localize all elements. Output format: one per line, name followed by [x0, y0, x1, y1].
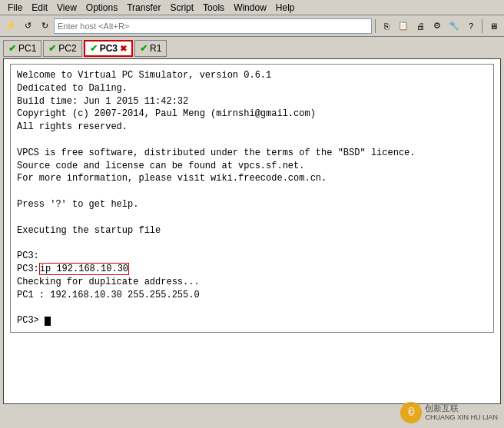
terminal-line-blank-3: [17, 211, 487, 224]
tab-pc1[interactable]: ✔ PC1: [3, 40, 41, 57]
menu-edit[interactable]: Edit: [27, 2, 52, 14]
toolbar-help[interactable]: ?: [463, 18, 479, 34]
terminal-line-4: Copyright (c) 2007-2014, Paul Meng (mirn…: [17, 108, 487, 121]
terminal-line-7: Source code and license can be found at …: [17, 160, 487, 173]
terminal-window[interactable]: Welcome to Virtual PC Simulator, version…: [3, 58, 501, 404]
menubar: File Edit View Options Transfer Script T…: [0, 0, 504, 15]
host-input[interactable]: [54, 18, 372, 34]
watermark: © 创新互联 CHUANG XIN HU LIAN: [400, 402, 498, 423]
toolbar-network[interactable]: 🔧: [446, 18, 462, 34]
ip-command-highlight: ip 192.168.10.30: [39, 263, 129, 275]
toolbar-refresh[interactable]: ↻: [37, 18, 52, 34]
terminal-cursor: [45, 317, 51, 326]
watermark-text: 创新互联 CHUANG XIN HU LIAN: [425, 403, 498, 423]
toolbar-copy[interactable]: ⎘: [379, 18, 394, 34]
tab-pc1-label: PC1: [18, 43, 36, 54]
tab-r1[interactable]: ✔ R1: [134, 40, 167, 57]
toolbar-new[interactable]: ⚡: [3, 18, 18, 34]
terminal-line-9: Press '?' to get help.: [17, 198, 487, 211]
tab-pc2-check: ✔: [48, 43, 56, 54]
terminal-line-15: PC3>: [17, 314, 487, 327]
terminal-line-blank-5: [17, 301, 487, 314]
toolbar-print[interactable]: 🖨: [413, 18, 428, 34]
menu-help[interactable]: Help: [271, 2, 300, 14]
terminal-line-12: PC3:ip 192.168.10.30: [17, 263, 487, 276]
terminal-line-blank-1: [17, 134, 487, 147]
menu-tools[interactable]: Tools: [198, 2, 229, 14]
tab-pc2-label: PC2: [58, 43, 76, 54]
terminal-line-2: Dedicated to Daling.: [17, 82, 487, 95]
terminal-line-11: PC3:: [17, 250, 487, 263]
toolbar-divider-1: [375, 19, 376, 33]
terminal-content[interactable]: Welcome to Virtual PC Simulator, version…: [10, 64, 494, 333]
tabs-bar: ✔ PC1 ✔ PC2 ✔ PC3 ✖ ✔ R1: [0, 37, 504, 57]
toolbar: ⚡ ↺ ↻ ⎘ 📋 🖨 ⚙ 🔧 ? 🖥: [0, 15, 504, 37]
toolbar-settings[interactable]: ⚙: [429, 18, 445, 34]
terminal-line-1: Welcome to Virtual PC Simulator, version…: [17, 69, 487, 82]
terminal-line-blank-4: [17, 237, 487, 250]
menu-options[interactable]: Options: [81, 2, 122, 14]
toolbar-monitor[interactable]: 🖥: [486, 18, 501, 34]
menu-window[interactable]: Window: [229, 2, 271, 14]
terminal-line-blank-2: [17, 185, 487, 198]
menu-script[interactable]: Script: [165, 2, 198, 14]
watermark-logo: ©: [400, 402, 422, 423]
toolbar-divider-2: [482, 19, 482, 33]
terminal-line-10: Executing the startup file: [17, 224, 487, 237]
tab-pc3[interactable]: ✔ PC3 ✖: [84, 40, 133, 57]
tab-pc3-label: PC3: [100, 43, 118, 54]
terminal-line-8: For more information, please visit wiki.…: [17, 172, 487, 185]
terminal-line-3: Build time: Jun 1 2015 11:42:32: [17, 95, 487, 108]
terminal-line-13: Checking for duplicate address...: [17, 276, 487, 289]
menu-transfer[interactable]: Transfer: [122, 2, 165, 14]
tab-pc3-close[interactable]: ✖: [120, 44, 127, 54]
terminal-line-5: All rights reserved.: [17, 121, 487, 134]
tab-pc3-check: ✔: [90, 43, 98, 54]
menu-view[interactable]: View: [52, 2, 81, 14]
tab-pc2[interactable]: ✔ PC2: [43, 40, 81, 57]
watermark-line1: 创新互联: [425, 403, 498, 413]
terminal-line-6: VPCS is free software, distributed under…: [17, 147, 487, 160]
terminal-line-14: PC1 : 192.168.10.30 255.255.255.0: [17, 289, 487, 302]
menu-file[interactable]: File: [3, 2, 27, 14]
watermark-line2: CHUANG XIN HU LIAN: [425, 413, 498, 423]
toolbar-open[interactable]: ↺: [20, 18, 35, 34]
toolbar-paste[interactable]: 📋: [396, 18, 411, 34]
tab-pc1-check: ✔: [8, 43, 16, 54]
tab-r1-label: R1: [150, 43, 161, 54]
tab-r1-check: ✔: [140, 43, 148, 54]
